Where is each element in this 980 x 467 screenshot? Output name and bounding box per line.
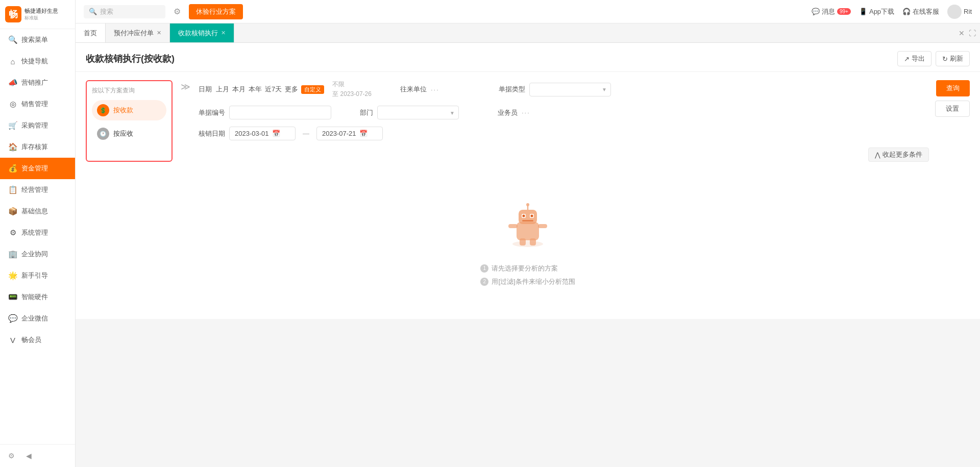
salesman-ellipsis[interactable]: ··· [522, 109, 530, 116]
date-this-year[interactable]: 本年 [249, 85, 262, 94]
tab-collection-close[interactable]: ✕ [221, 30, 226, 36]
collapse-conditions-button[interactable]: ⋀ 收起更多条件 [868, 148, 929, 162]
page-actions: ↗ 导出 ↻ 刷新 [897, 51, 970, 66]
filter-option-by-receivable[interactable]: 🕐 按应收 [92, 124, 166, 144]
collapse-sidebar-icon[interactable]: ◀ [21, 449, 36, 463]
filter-settings-button[interactable]: 设置 [935, 101, 970, 117]
svg-point-13 [526, 203, 529, 206]
tab-prepay-close[interactable]: ✕ [157, 30, 161, 36]
doc-no-input[interactable] [229, 106, 331, 119]
date-last-month[interactable]: 上月 [216, 85, 229, 94]
message-item[interactable]: 💬 消息 99+ [812, 7, 851, 16]
service-icon: 🎧 [902, 8, 911, 15]
verify-date-start[interactable]: 2023-03-01 📅 [229, 127, 296, 140]
date-custom-tag[interactable]: 自定义 [301, 85, 324, 94]
doc-type-select[interactable] [529, 83, 611, 96]
refresh-button[interactable]: ↻ 刷新 [936, 51, 970, 66]
dept-select[interactable] [377, 106, 459, 119]
sidebar-item-marketing[interactable]: 📣 营销推广 [0, 72, 75, 93]
doc-no-field: 单据编号 [199, 106, 331, 119]
tab-home[interactable]: 首页 [76, 23, 106, 42]
refresh-icon: ↻ [942, 55, 948, 63]
topbar-search-icon: 🔍 [89, 8, 97, 15]
date-more[interactable]: 更多 [285, 85, 298, 94]
sidebar-item-purchase[interactable]: 🛒 采购管理 [0, 115, 75, 136]
query-buttons: 查询 设置 [935, 80, 970, 117]
page-title: 收款核销执行(按收款) [86, 53, 175, 65]
tab-collection[interactable]: 收款核销执行 ✕ [170, 23, 234, 42]
sidebar-item-enterprise[interactable]: 🏢 企业协同 [0, 243, 75, 265]
sidebar-item-basic[interactable]: 📦 基础信息 [0, 201, 75, 222]
enterprise-icon: 🏢 [8, 250, 17, 259]
sales-icon: ◎ [8, 100, 17, 109]
content-area: 收款核销执行(按收款) ↗ 导出 ↻ 刷新 按以下方案查询 [76, 43, 980, 467]
sidebar: 畅 畅捷通好生意 标准版 🔍 搜索菜单 ⌂ 快捷导航 📣 营销推广 ◎ 销售管理… [0, 0, 76, 467]
search-icon: 🔍 [8, 35, 17, 44]
tab-prepay[interactable]: 预付冲应付单 ✕ [106, 23, 170, 42]
doc-type-select-wrapper: ▼ [529, 83, 611, 96]
purchase-icon: 🛒 [8, 121, 17, 130]
app-download-item[interactable]: 📱 App下载 [859, 7, 894, 16]
close-tab-icon[interactable]: ✕ [959, 29, 965, 37]
tabbar: 首页 预付冲应付单 ✕ 收款核销执行 ✕ ✕ ⛶ [76, 23, 980, 43]
chevron-up-icon: ⋀ [875, 151, 880, 159]
sidebar-item-finance[interactable]: 💰 资金管理 [0, 158, 75, 179]
sidebar-item-hardware[interactable]: 📟 智能硬件 [0, 286, 75, 308]
sidebar-bottom: ⚙ ◀ [0, 444, 75, 467]
svg-rect-11 [530, 238, 536, 245]
sidebar-item-inventory[interactable]: 🏠 库存核算 [0, 136, 75, 158]
logo-text: 畅捷通好生意 标准版 [24, 7, 58, 21]
sidebar-nav: 🔍 搜索菜单 ⌂ 快捷导航 📣 营销推广 ◎ 销售管理 🛒 采购管理 🏠 库存核… [0, 29, 75, 444]
export-icon: ↗ [904, 55, 910, 63]
tabbar-actions: ✕ ⛶ [959, 29, 980, 37]
svg-rect-1 [517, 222, 539, 240]
sidebar-item-quick-nav[interactable]: ⌂ 快捷导航 [0, 51, 75, 72]
settings-icon[interactable]: ⚙ [174, 7, 181, 16]
calendar-icon: 📅 [272, 130, 280, 137]
user-item[interactable]: Rit [947, 5, 972, 19]
date-this-month[interactable]: 本月 [232, 85, 246, 94]
sidebar-item-guide[interactable]: 🌟 新手引导 [0, 265, 75, 286]
sidebar-item-weixin[interactable]: 💬 企业微信 [0, 308, 75, 329]
online-service-item[interactable]: 🎧 在线客服 [902, 7, 939, 16]
query-button[interactable]: 查询 [936, 80, 970, 96]
filter-row-2: 单据编号 部门 ▼ [199, 106, 929, 119]
svg-rect-9 [538, 224, 547, 228]
sidebar-item-sales[interactable]: ◎ 销售管理 [0, 93, 75, 115]
settings-bottom-icon[interactable]: ⚙ [4, 449, 18, 463]
empty-state: 1 请先选择要分析的方案 2 用[过滤]条件来缩小分析范围 [76, 170, 980, 319]
date-field: 日期 上月 本月 本年 近7天 更多 自定义 [199, 85, 324, 94]
partner-ellipsis[interactable]: ··· [431, 86, 439, 93]
sidebar-item-search[interactable]: 🔍 搜索菜单 [0, 29, 75, 51]
date-7-days[interactable]: 近7天 [265, 85, 282, 94]
export-button[interactable]: ↗ 导出 [897, 51, 932, 66]
sidebar-item-system[interactable]: ⚙ 系统管理 [0, 222, 75, 243]
svg-point-5 [523, 215, 525, 217]
filter-panel: 按以下方案查询 💲 按收款 🕐 按应收 ≫ [76, 72, 980, 170]
sidebar-item-operation[interactable]: 📋 经营管理 [0, 179, 75, 201]
basic-icon: 📦 [8, 207, 17, 216]
verify-date-end[interactable]: 2023-07-21 📅 [316, 127, 383, 140]
date-quick-options: 上月 本月 本年 近7天 更多 自定义 [216, 85, 324, 94]
topbar-search[interactable]: 🔍 搜索 [84, 5, 165, 18]
industry-solution-button[interactable]: 休验行业方案 [189, 4, 243, 19]
filter-row-3: 核销日期 2023-03-01 📅 — 2023-07-21 📅 [199, 127, 929, 140]
sidebar-item-member[interactable]: V 畅会员 [0, 329, 75, 351]
expand-tab-icon[interactable]: ⛶ [969, 29, 976, 37]
system-icon: ⚙ [8, 228, 17, 237]
weixin-icon: 💬 [8, 314, 17, 323]
filter-option-by-collection[interactable]: 💲 按收款 [92, 100, 166, 120]
main-content: 🔍 搜索 ⚙ 休验行业方案 💬 消息 99+ 📱 App下载 🎧 在线客服 Ri… [76, 0, 980, 467]
svg-rect-8 [508, 224, 518, 228]
logo-icon: 畅 [5, 6, 21, 22]
calendar-end-icon: 📅 [359, 130, 368, 137]
avatar [947, 5, 962, 19]
home-icon: ⌂ [8, 57, 17, 66]
partner-field: 往来单位 ··· [400, 85, 439, 94]
inventory-icon: 🏠 [8, 142, 17, 152]
collapse-left-panel[interactable]: ≫ [181, 80, 190, 162]
topbar: 🔍 搜索 ⚙ 休验行业方案 💬 消息 99+ 📱 App下载 🎧 在线客服 Ri… [76, 0, 980, 23]
operation-icon: 📋 [8, 185, 17, 194]
dept-select-wrapper: ▼ [377, 106, 459, 119]
guide-icon: 🌟 [8, 271, 17, 280]
